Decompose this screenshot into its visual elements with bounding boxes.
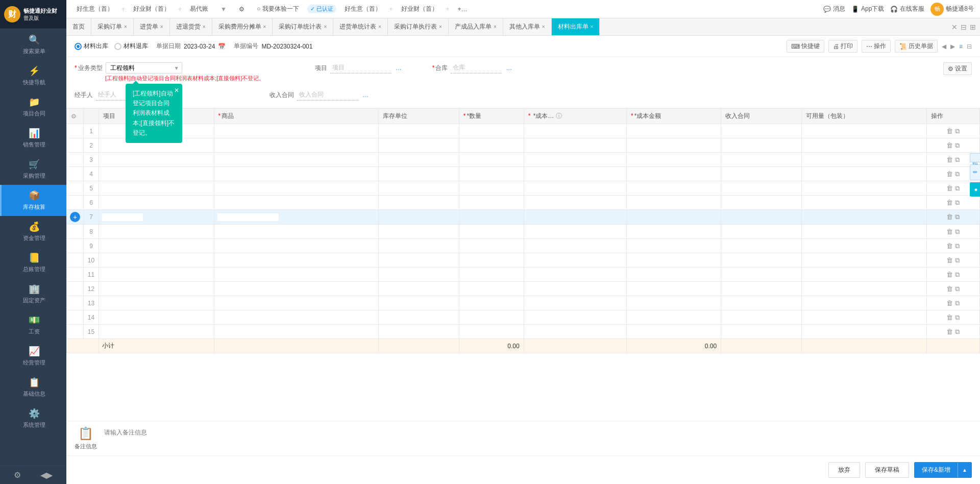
cell-avail-qty[interactable] [801, 124, 926, 138]
cell-cost-amount[interactable] [626, 153, 721, 167]
cell-cost[interactable] [524, 153, 626, 167]
biz-type-select[interactable]: 工程领料 直接领料 [106, 62, 182, 74]
th-cost-info-icon[interactable]: ⓘ [556, 112, 562, 119]
cell-cost[interactable] [524, 181, 626, 196]
cell-project[interactable] [99, 296, 214, 310]
shortcut-btn[interactable]: ⌨ 快捷键 [787, 40, 824, 53]
delete-row-icon[interactable]: 🗑 [946, 170, 953, 178]
sidebar-item-system[interactable]: ⚙️ 系统管理 [0, 403, 66, 434]
tab-expense[interactable]: 采购费用分摊单 × [212, 18, 273, 36]
cell-goods[interactable] [214, 239, 379, 253]
topnav-easy-agent[interactable]: 易代账 [186, 4, 212, 14]
cell-income-contract[interactable] [721, 210, 802, 225]
cell-avail-qty[interactable] [801, 253, 926, 268]
cell-goods[interactable] [214, 181, 379, 196]
cell-qty[interactable] [459, 282, 524, 296]
cell-income-contract[interactable] [721, 196, 802, 210]
cell-avail-qty[interactable] [801, 268, 926, 282]
cell-avail-qty[interactable] [801, 181, 926, 196]
cell-income-contract[interactable] [721, 253, 802, 268]
sidebar-item-search[interactable]: 🔍 搜索菜单 [0, 29, 66, 60]
cell-cost[interactable] [524, 239, 626, 253]
cell-unit[interactable] [379, 153, 459, 167]
cell-qty[interactable] [459, 296, 524, 310]
topnav-online-service[interactable]: 🎧 在线客服 [890, 5, 924, 13]
cell-income-contract[interactable] [721, 153, 802, 167]
sidebar-item-management[interactable]: 📈 经营管理 [0, 341, 66, 372]
cell-cost-amount[interactable] [626, 167, 721, 181]
delete-row-icon[interactable]: 🗑 [946, 141, 953, 149]
cell-cost-amount[interactable] [626, 268, 721, 282]
cell-unit[interactable] [379, 253, 459, 268]
cell-project[interactable] [99, 239, 214, 253]
cell-goods[interactable] [214, 167, 379, 181]
tab-po-stat[interactable]: 采购订单统计表 × [273, 18, 333, 36]
right-panel-green[interactable]: ● [970, 182, 980, 197]
copy-row-icon[interactable]: ⧉ [955, 156, 960, 163]
delete-row-icon[interactable]: 🗑 [946, 271, 953, 278]
view-list-icon[interactable]: ≡ [959, 43, 963, 50]
sidebar-item-basic[interactable]: 📋 基础信息 [0, 372, 66, 403]
save-draft-button[interactable]: 保存草稿 [865, 462, 909, 478]
cell-qty[interactable] [459, 153, 524, 167]
save-new-label[interactable]: 保存&新增 [915, 463, 958, 477]
project-input[interactable]: 项目 [330, 62, 391, 74]
cell-qty[interactable] [459, 167, 524, 181]
print-btn[interactable]: 🖨 打印 [828, 40, 857, 53]
radio-material-return[interactable]: 材料退库 [114, 42, 148, 51]
add-row-btn[interactable]: + [70, 212, 80, 222]
sidebar-item-purchase[interactable]: 🛒 采购管理 [0, 154, 66, 185]
tab-purch-stat[interactable]: 进货单统计表 × [333, 18, 388, 36]
nav-next-icon[interactable]: ▶ [950, 43, 955, 50]
topnav-gear[interactable]: ⚙ [235, 5, 249, 14]
right-panel-attach[interactable]: 附 [970, 153, 980, 162]
cell-unit[interactable] [379, 138, 459, 153]
topnav-good-finance[interactable]: 好业财（首） [129, 4, 174, 14]
cell-unit[interactable] [379, 310, 459, 325]
cell-income-contract[interactable] [721, 325, 802, 339]
delete-row-icon[interactable]: 🗑 [946, 242, 953, 250]
cell-goods[interactable] [214, 196, 379, 210]
cell-qty[interactable] [459, 225, 524, 239]
cell-unit[interactable] [379, 124, 459, 138]
delete-row-icon[interactable]: 🗑 [946, 228, 953, 235]
copy-row-icon[interactable]: ⧉ [955, 271, 960, 278]
tab-other[interactable]: 其他入库单 × [503, 18, 552, 36]
tooltip-close-btn[interactable]: ✕ [174, 86, 179, 95]
sidebar-item-inventory[interactable]: 📦 库存核算 [0, 185, 66, 216]
warehouse-dots[interactable]: … [506, 64, 512, 71]
cell-project[interactable] [99, 253, 214, 268]
ops-btn[interactable]: ⋯ 操作 [862, 40, 891, 53]
copy-row-icon[interactable]: ⧉ [955, 199, 960, 206]
cell-avail-qty[interactable] [801, 153, 926, 167]
income-contract-dots[interactable]: … [362, 91, 369, 99]
cell-goods[interactable] [214, 153, 379, 167]
cell-cost[interactable] [524, 138, 626, 153]
copy-row-icon[interactable]: ⧉ [955, 127, 960, 135]
cell-unit[interactable] [379, 167, 459, 181]
copy-row-icon[interactable]: ⧉ [955, 242, 960, 250]
cell-cost-amount[interactable] [626, 225, 721, 239]
cell-cost-amount[interactable] [626, 253, 721, 268]
tab-material-out-close[interactable]: × [591, 24, 594, 30]
cell-avail-qty[interactable] [801, 310, 926, 325]
cell-cost-amount[interactable] [626, 296, 721, 310]
cell-avail-qty[interactable] [801, 296, 926, 310]
topnav-good-biz2[interactable]: 好生意（首） [340, 4, 385, 14]
cell-goods[interactable] [214, 124, 379, 138]
cell-cost[interactable] [524, 167, 626, 181]
topnav-good-biz[interactable]: 好生意（首） [72, 4, 117, 14]
cell-project[interactable] [99, 210, 214, 225]
cell-qty[interactable] [459, 124, 524, 138]
cell-unit[interactable] [379, 296, 459, 310]
tab-po[interactable]: 采购订单 × [91, 18, 134, 36]
cell-project[interactable] [99, 282, 214, 296]
delete-row-icon[interactable]: 🗑 [946, 256, 953, 264]
cell-goods[interactable] [214, 210, 379, 225]
cell-income-contract[interactable] [721, 181, 802, 196]
delete-row-icon[interactable]: 🗑 [946, 313, 953, 321]
cell-income-contract[interactable] [721, 296, 802, 310]
delete-row-icon[interactable]: 🗑 [946, 328, 953, 335]
history-btn[interactable]: 📜 历史单据 [895, 40, 938, 53]
topnav-experience[interactable]: ○ 我要体验一下 [253, 4, 303, 14]
